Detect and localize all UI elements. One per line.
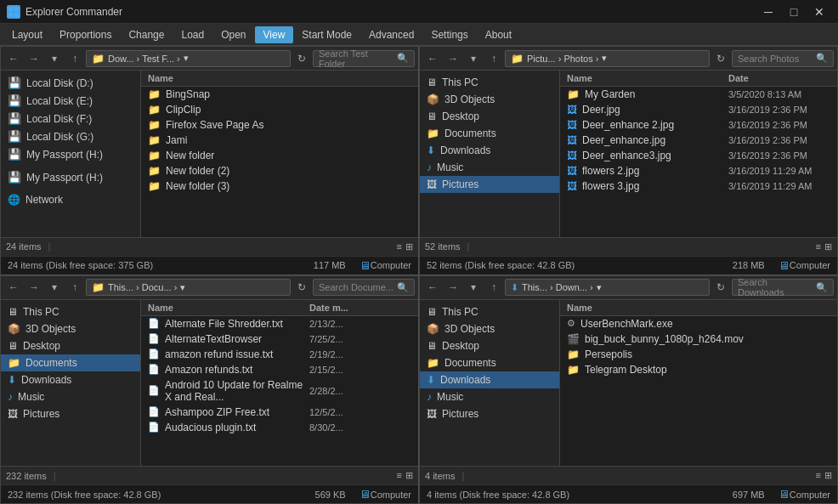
sidebar-item-downloads-bl[interactable]: ⬇ Downloads bbox=[1, 371, 140, 388]
sidebar-item-local-f[interactable]: 💾 Local Disk (F:) bbox=[1, 110, 140, 127]
file-row[interactable]: 📁 New folder bbox=[141, 148, 418, 163]
forward-button-bl[interactable]: → bbox=[25, 279, 43, 296]
path-box-tl[interactable]: 📁 Dow... › Test F... › ▾ bbox=[86, 50, 291, 67]
file-row[interactable]: 📄 AlternateTextBrowser 7/25/2... bbox=[141, 331, 418, 347]
file-row[interactable]: 📁 Persepolis bbox=[560, 347, 837, 362]
file-row[interactable]: 📁 Firefox Save Page As bbox=[141, 117, 418, 133]
file-row[interactable]: 🖼 flowers 2.jpg 3/16/2019 11:29 AM bbox=[560, 163, 837, 178]
sidebar-item-docs-br[interactable]: 📁 Documents bbox=[420, 354, 559, 371]
refresh-button-tr[interactable]: ↻ bbox=[711, 50, 730, 67]
file-row[interactable]: 📄 Ashampoo ZIP Free.txt 12/5/2... bbox=[141, 405, 418, 420]
sidebar-item-docs-bl[interactable]: 📁 Documents bbox=[1, 354, 140, 371]
file-row[interactable]: 📁 New folder (3) bbox=[141, 178, 418, 194]
back-button-tl[interactable]: ← bbox=[4, 50, 23, 67]
menu-change[interactable]: Change bbox=[120, 26, 173, 43]
path-box-bl[interactable]: 📁 This... › Docu... › ▾ bbox=[86, 279, 291, 296]
sidebar-item-thispc-bl[interactable]: 🖥 This PC bbox=[1, 303, 140, 320]
sidebar-item-music-br[interactable]: ♪ Music bbox=[420, 388, 559, 405]
view-grid-icon-tr[interactable]: ⊞ bbox=[824, 241, 832, 252]
file-row[interactable]: 📄 amazon refund issue.txt 2/19/2... bbox=[141, 347, 418, 362]
file-row[interactable]: 📄 Amazon refunds.txt 2/15/2... bbox=[141, 362, 418, 377]
sidebar-item-docs-tr[interactable]: 📁 Documents bbox=[420, 125, 559, 142]
back-button-tr[interactable]: ← bbox=[423, 50, 442, 67]
sidebar-item-desktop-bl[interactable]: 🖥 Desktop bbox=[1, 337, 140, 354]
search-box-tr[interactable]: Search Photos 🔍 bbox=[732, 50, 834, 67]
file-row[interactable]: 🖼 Deer.jpg 3/16/2019 2:36 PM bbox=[560, 102, 837, 117]
menu-advanced[interactable]: Advanced bbox=[360, 26, 422, 43]
refresh-button-tl[interactable]: ↻ bbox=[292, 50, 311, 67]
file-row[interactable]: 🖼 Deer_enhance 2.jpg 3/16/2019 2:36 PM bbox=[560, 117, 837, 133]
view-icon-br[interactable]: ≡ bbox=[816, 470, 821, 481]
view-grid-icon-br[interactable]: ⊞ bbox=[824, 470, 832, 481]
up-button-br[interactable]: ↑ bbox=[484, 279, 503, 296]
sidebar-item-downloads-tr[interactable]: ⬇ Downloads bbox=[420, 142, 559, 159]
back-button-br[interactable]: ← bbox=[423, 279, 442, 296]
history-button-tl[interactable]: ▾ bbox=[45, 50, 64, 67]
sidebar-item-pictures-br[interactable]: 🖼 Pictures bbox=[420, 405, 559, 422]
forward-button-br[interactable]: → bbox=[444, 279, 462, 296]
file-row[interactable]: 🖼 Deer_enhance3.jpg 3/16/2019 2:36 PM bbox=[560, 148, 837, 163]
close-button[interactable]: ✕ bbox=[807, 3, 831, 20]
path-box-br[interactable]: ⬇ This... › Down... › ▾ bbox=[505, 279, 710, 296]
view-grid-icon-tl[interactable]: ⊞ bbox=[405, 241, 413, 252]
history-button-bl[interactable]: ▾ bbox=[45, 279, 64, 296]
up-button-tl[interactable]: ↑ bbox=[65, 50, 84, 67]
sidebar-item-3d-tr[interactable]: 📦 3D Objects bbox=[420, 91, 559, 108]
file-row[interactable]: 📄 Android 10 Update for Realme X and Rea… bbox=[141, 377, 418, 405]
up-button-tr[interactable]: ↑ bbox=[484, 50, 503, 67]
view-icon-tl[interactable]: ≡ bbox=[397, 241, 402, 252]
file-row[interactable]: 🎬 big_buck_bunny_1080p_h264.mov bbox=[560, 331, 837, 347]
file-row[interactable]: 📄 Audacious plugin.txt 8/30/2... bbox=[141, 420, 418, 435]
maximize-button[interactable]: □ bbox=[782, 3, 806, 20]
path-box-tr[interactable]: 📁 Pictu... › Photos › ▾ bbox=[505, 50, 710, 67]
sidebar-item-network[interactable]: 🌐 Network bbox=[1, 191, 140, 208]
refresh-button-bl[interactable]: ↻ bbox=[292, 279, 311, 296]
file-row[interactable]: 🖼 Deer_enhance.jpg 3/16/2019 2:36 PM bbox=[560, 133, 837, 148]
sidebar-item-desktop-br[interactable]: 🖥 Desktop bbox=[420, 337, 559, 354]
file-row[interactable]: 🖼 flowers 3.jpg 3/16/2019 11:29 AM bbox=[560, 178, 837, 194]
file-row[interactable]: 📁 New folder (2) bbox=[141, 163, 418, 178]
sidebar-item-local-d[interactable]: 💾 Local Disk (D:) bbox=[1, 74, 140, 92]
file-row[interactable]: 📁 ClipClip bbox=[141, 102, 418, 117]
minimize-button[interactable]: ─ bbox=[756, 3, 780, 20]
forward-button-tr[interactable]: → bbox=[444, 50, 462, 67]
sidebar-item-passport-h1[interactable]: 💾 My Passport (H:) bbox=[1, 145, 140, 163]
search-box-tl[interactable]: Search Test Folder 🔍 bbox=[313, 50, 415, 67]
view-icon-tr[interactable]: ≡ bbox=[816, 241, 821, 252]
search-box-bl[interactable]: Search Docume... 🔍 bbox=[313, 279, 415, 296]
sidebar-item-3d-br[interactable]: 📦 3D Objects bbox=[420, 320, 559, 337]
view-icon-bl[interactable]: ≡ bbox=[397, 470, 402, 481]
search-box-br[interactable]: Search Downloads 🔍 bbox=[732, 279, 834, 296]
sidebar-item-desktop-tr[interactable]: 🖥 Desktop bbox=[420, 108, 559, 125]
sidebar-item-local-e[interactable]: 💾 Local Disk (E:) bbox=[1, 92, 140, 110]
menu-about[interactable]: About bbox=[477, 26, 520, 43]
sidebar-item-music-bl[interactable]: ♪ Music bbox=[1, 388, 140, 405]
back-button-bl[interactable]: ← bbox=[4, 279, 23, 296]
refresh-button-br[interactable]: ↻ bbox=[711, 279, 730, 296]
sidebar-item-pictures-bl[interactable]: 🖼 Pictures bbox=[1, 405, 140, 422]
file-row[interactable]: 📁 Telegram Desktop bbox=[560, 362, 837, 377]
sidebar-item-passport-h2[interactable]: 💾 My Passport (H:) bbox=[1, 168, 140, 186]
file-row[interactable]: 📁 Jami bbox=[141, 133, 418, 148]
sidebar-item-thispc-br[interactable]: 🖥 This PC bbox=[420, 303, 559, 320]
sidebar-item-thispc-tr[interactable]: 🖥 This PC bbox=[420, 74, 559, 91]
sidebar-item-3d-bl[interactable]: 📦 3D Objects bbox=[1, 320, 140, 337]
file-row[interactable]: 📄 Alternate File Shredder.txt 2/13/2... bbox=[141, 316, 418, 331]
up-button-bl[interactable]: ↑ bbox=[65, 279, 84, 296]
view-grid-icon-bl[interactable]: ⊞ bbox=[405, 470, 413, 481]
history-button-tr[interactable]: ▾ bbox=[464, 50, 483, 67]
menu-proportions[interactable]: Proportions bbox=[51, 26, 120, 43]
menu-open[interactable]: Open bbox=[212, 26, 254, 43]
menu-layout[interactable]: Layout bbox=[3, 26, 51, 43]
menu-settings[interactable]: Settings bbox=[422, 26, 476, 43]
file-row[interactable]: 📁 My Garden 3/5/2020 8:13 AM bbox=[560, 87, 837, 102]
menu-load[interactable]: Load bbox=[173, 26, 212, 43]
sidebar-item-downloads-br[interactable]: ⬇ Downloads bbox=[420, 371, 559, 388]
sidebar-item-music-tr[interactable]: ♪ Music bbox=[420, 159, 559, 176]
menu-startmode[interactable]: Start Mode bbox=[293, 26, 360, 43]
file-row[interactable]: ⚙ UserBenchMark.exe bbox=[560, 316, 837, 331]
sidebar-item-pictures-tr[interactable]: 🖼 Pictures bbox=[420, 176, 559, 193]
sidebar-item-local-g[interactable]: 💾 Local Disk (G:) bbox=[1, 127, 140, 145]
menu-view[interactable]: View bbox=[255, 26, 294, 43]
forward-button-tl[interactable]: → bbox=[25, 50, 43, 67]
